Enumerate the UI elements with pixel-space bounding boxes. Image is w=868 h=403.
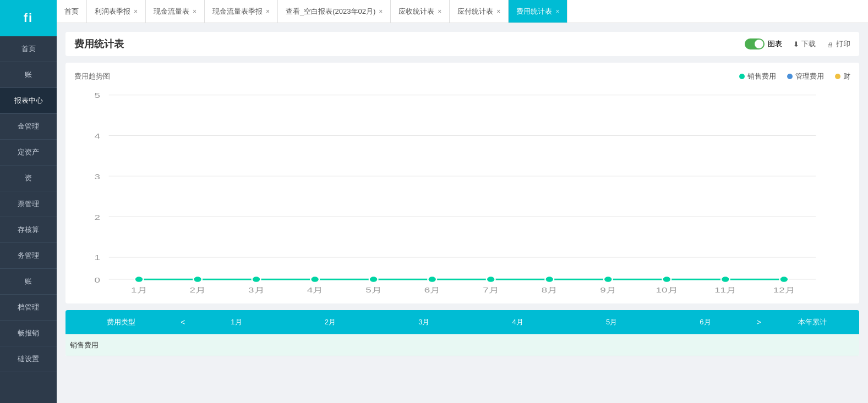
app-logo: fi (0, 0, 57, 36)
tab-bar: 首页 利润表季报 × 现金流量表 × 现金流量表季报 × 查看_空白报表(202… (57, 0, 868, 23)
legend-admin: 管理费用 (787, 71, 824, 81)
svg-text:6月: 6月 (424, 285, 440, 294)
svg-point-25 (193, 276, 202, 282)
print-icon: 🖨 (827, 40, 834, 48)
sidebar-item-fund[interactable]: 金管理 (0, 114, 57, 140)
td-m6-sales (658, 340, 752, 351)
page-title: 费用统计表 (74, 37, 124, 51)
sidebar-item-receivable[interactable]: 账 (0, 269, 57, 295)
svg-point-30 (487, 276, 495, 282)
svg-point-24 (135, 276, 144, 282)
download-button[interactable]: ⬇ 下载 (793, 39, 816, 49)
svg-text:10月: 10月 (656, 285, 678, 294)
tab-close-cashflow-q[interactable]: × (266, 8, 270, 15)
tab-home[interactable]: 首页 (57, 0, 87, 23)
legend-dot-finance (835, 74, 840, 79)
td-m2-sales (283, 340, 377, 351)
svg-text:5月: 5月 (365, 285, 381, 294)
svg-text:8月: 8月 (542, 285, 558, 294)
th-ytd: 本年累计 (766, 317, 859, 327)
th-next-nav[interactable]: > (752, 318, 766, 327)
tab-cashflow-q[interactable]: 现金流量表季报 × (205, 0, 278, 23)
svg-point-27 (310, 276, 319, 282)
th-m1: 1月 (189, 317, 283, 327)
chart-legend: 销售费用 管理费用 财 (739, 71, 850, 81)
svg-text:3月: 3月 (248, 285, 264, 294)
td-m5-sales (565, 340, 658, 351)
tab-close-expense-stat[interactable]: × (555, 8, 559, 15)
svg-text:11月: 11月 (714, 285, 736, 294)
sidebar-item-archive[interactable]: 档管理 (0, 295, 57, 321)
chart-title: 费用趋势图 (74, 71, 110, 81)
legend-dot-admin (787, 74, 793, 79)
legend-finance: 财 (835, 71, 850, 81)
legend-dot-sales (739, 74, 745, 79)
legend-label-admin: 管理费用 (795, 71, 824, 81)
svg-point-28 (369, 276, 378, 282)
sidebar-item-ticket[interactable]: 票管理 (0, 191, 57, 217)
svg-text:4: 4 (95, 132, 100, 140)
sidebar-item-fixed-assets[interactable]: 定资产 (0, 140, 57, 165)
svg-text:0: 0 (95, 275, 100, 284)
table-row-sales: 销售费用 (65, 334, 859, 356)
chart-toggle-wrap: 图表 (745, 38, 782, 49)
tab-close-payable-stat[interactable]: × (496, 8, 500, 15)
sidebar: fi 首页 账 报表中心 金管理 定资产 资 票管理 存核算 务管理 账 档管理… (0, 0, 57, 403)
sidebar-item-writeoff[interactable]: 畅报销 (0, 321, 57, 346)
svg-text:1: 1 (95, 253, 100, 262)
chart-header: 费用趋势图 销售费用 管理费用 财 (74, 71, 850, 81)
svg-text:12月: 12月 (773, 285, 795, 294)
svg-text:3: 3 (95, 173, 100, 181)
svg-text:2: 2 (95, 213, 100, 221)
td-m4-sales (471, 340, 564, 351)
tab-expense-stat[interactable]: 费用统计表 × (509, 0, 567, 23)
line-chart-svg: 5 4 3 2 1 0 1月 2月 3月 (74, 86, 850, 295)
sidebar-item-investment[interactable]: 资 (0, 165, 57, 191)
sidebar-item-account[interactable]: 账 (0, 62, 57, 88)
print-button[interactable]: 🖨 打印 (827, 39, 850, 49)
svg-point-26 (252, 276, 261, 282)
th-m2: 2月 (283, 317, 377, 327)
chart-toggle[interactable] (745, 38, 765, 49)
tab-close-receivable-stat[interactable]: × (438, 8, 441, 15)
print-label: 打印 (836, 39, 850, 49)
tab-close-profit[interactable]: × (134, 8, 138, 15)
download-label: 下载 (801, 39, 816, 49)
tab-close-cashflow[interactable]: × (193, 8, 196, 15)
sidebar-item-inventory[interactable]: 存核算 (0, 217, 57, 243)
td-ytd-sales (766, 340, 859, 351)
main-content: 首页 利润表季报 × 现金流量表 × 现金流量表季报 × 查看_空白报表(202… (57, 0, 868, 403)
tab-cashflow[interactable]: 现金流量表 × (146, 0, 205, 23)
sidebar-item-settings[interactable]: 础设置 (0, 346, 57, 372)
sidebar-item-home[interactable]: 首页 (0, 36, 57, 62)
legend-label-sales: 销售费用 (747, 71, 776, 81)
page-header: 费用统计表 图表 ⬇ 下载 🖨 打印 (65, 32, 859, 56)
th-type: 费用类型 (65, 317, 176, 327)
sidebar-item-service[interactable]: 务管理 (0, 243, 57, 269)
legend-sales: 销售费用 (739, 71, 776, 81)
th-m4: 4月 (471, 317, 564, 327)
chart-container: 5 4 3 2 1 0 1月 2月 3月 (74, 86, 850, 295)
tab-blank-report[interactable]: 查看_空白报表(2023年02月) × (278, 0, 391, 23)
svg-point-32 (604, 276, 613, 282)
table-header: 费用类型 < 1月 2月 3月 4月 5月 6月 > 本年累计 (65, 310, 859, 334)
th-m3: 3月 (377, 317, 471, 327)
tab-close-blank-report[interactable]: × (379, 8, 383, 15)
content-area: 费用统计表 图表 ⬇ 下载 🖨 打印 费用趋势图 (57, 23, 868, 403)
tab-receivable-stat[interactable]: 应收统计表 × (391, 0, 450, 23)
tab-payable-stat[interactable]: 应付统计表 × (450, 0, 509, 23)
svg-point-33 (662, 276, 671, 282)
chart-toggle-label: 图表 (768, 39, 782, 49)
th-m6: 6月 (658, 317, 752, 327)
header-actions: 图表 ⬇ 下载 🖨 打印 (745, 38, 850, 49)
tab-profit[interactable]: 利润表季报 × (87, 0, 146, 23)
svg-text:7月: 7月 (483, 285, 499, 294)
th-m5: 5月 (565, 317, 658, 327)
legend-label-finance: 财 (843, 71, 850, 81)
th-prev-nav[interactable]: < (176, 318, 189, 327)
svg-point-34 (721, 276, 730, 282)
svg-text:1月: 1月 (131, 285, 147, 294)
svg-point-35 (780, 276, 789, 282)
svg-point-31 (545, 276, 554, 282)
sidebar-item-report-center[interactable]: 报表中心 (0, 88, 57, 114)
